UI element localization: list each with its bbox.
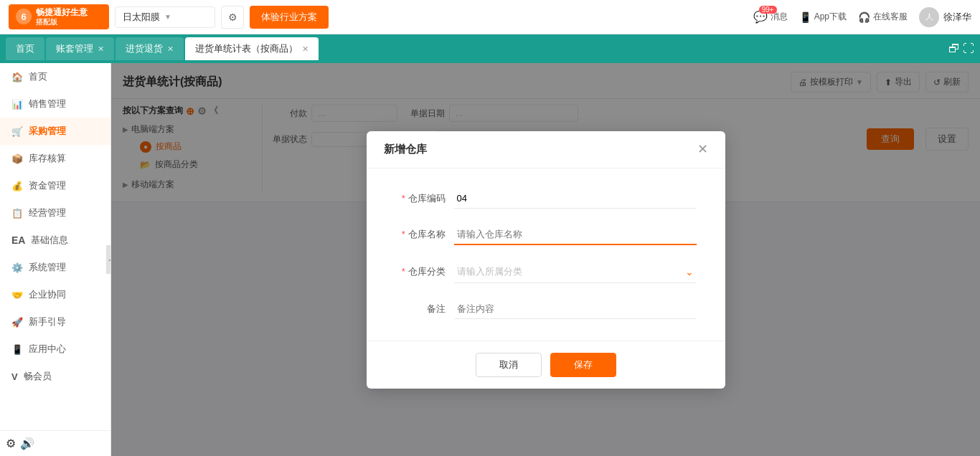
warehouse-name-label: * 仓库名称 [395,228,446,241]
app-edition: 搭配版 [36,18,88,27]
app-title: 畅捷通好生意 [36,7,88,17]
tab-actions: 🗗 ⛶ [948,42,974,55]
system-icon: ⚙️ [11,262,23,273]
warehouse-category-label: * 仓库分类 [395,265,446,278]
sidebar-item-sales[interactable]: 📊 销售管理 [0,90,110,118]
store-name: 日太阳膜 [123,11,160,24]
sidebar-label: 首页 [29,70,47,83]
sidebar-label: 系统管理 [29,261,66,274]
modal-title: 新增仓库 [384,143,427,156]
sidebar-item-management[interactable]: 📋 经营管理 [0,199,110,227]
user-area[interactable]: 人 徐泽华 [919,7,971,27]
tab-purchase-stats[interactable]: 进货单统计表（按商品） ✕ [185,37,319,60]
app-download-area[interactable]: 📱 App下载 [799,11,847,23]
volume-icon[interactable]: 🔊 [20,437,34,450]
app-center-icon: 📱 [11,344,23,355]
sidebar-collapse-handle[interactable]: ◀ [106,245,111,274]
tab-fullscreen-button[interactable]: ⛶ [963,42,974,55]
settings-small-icon[interactable]: ⚙ [6,437,16,450]
finance-icon: 💰 [11,181,23,191]
chevron-down-icon: ▼ [164,13,171,21]
warehouse-category-select[interactable]: 请输入所属分类 ⌄ [454,261,697,283]
tab-restore-button[interactable]: 🗗 [948,42,960,55]
sidebar-label: 新手引导 [29,315,66,328]
sidebar-item-system[interactable]: ⚙️ 系统管理 [0,254,110,281]
sidebar-item-purchase[interactable]: 🛒 采购管理 [0,118,110,145]
remark-label: 备注 [395,303,446,315]
sidebar-label: 基础信息 [31,234,68,247]
message-badge: 99+ [759,6,777,14]
logo-area: 6 畅捷通好生意 搭配版 [9,4,109,29]
gear-icon: ⚙ [228,11,237,23]
modal-dialog: 新增仓库 ✕ * 仓库编码 [367,131,725,389]
guide-icon: 🚀 [11,317,23,328]
tab-account[interactable]: 账套管理 ✕ [46,37,114,60]
sidebar-label: 资金管理 [29,179,66,192]
sidebar-item-basic-info[interactable]: EA 基础信息 [0,227,110,254]
sidebar-item-finance[interactable]: 💰 资金管理 [0,172,110,199]
page-content: 进货单统计(按商品) 🖨 按模板打印 ▼ ⬆ 导出 ↺ 刷新 [111,63,980,456]
sidebar-bottom-actions: ⚙ 🔊 [0,430,110,456]
sidebar-label: 经营管理 [29,206,66,219]
avatar: 人 [919,7,939,27]
modal-close-button[interactable]: ✕ [697,143,708,156]
warehouse-name-row: * 仓库名称 [395,224,697,245]
trial-button[interactable]: 体验行业方案 [250,6,329,29]
sidebar-item-enterprise[interactable]: 🤝 企业协同 [0,281,110,308]
warehouse-category-row: * 仓库分类 请输入所属分类 ⌄ [395,261,697,283]
settings-button[interactable]: ⚙ [221,6,244,29]
remark-row: 备注 [395,299,697,319]
save-button[interactable]: 保存 [550,353,616,377]
sidebar-label: 企业协同 [29,288,66,301]
tab-home[interactable]: 首页 [6,37,44,60]
tab-purchase-return[interactable]: 进货退货 ✕ [116,37,184,60]
purchase-icon: 🛒 [11,126,23,137]
tab-close-icon[interactable]: ✕ [167,44,174,54]
warehouse-name-input[interactable] [454,224,697,245]
remark-input[interactable] [454,299,697,319]
management-icon: 📋 [11,208,23,219]
tab-close-icon[interactable]: ✕ [302,44,308,54]
sidebar-label: 库存核算 [29,152,66,165]
modal-body: * 仓库编码 * 仓库名称 [367,168,725,341]
warehouse-code-input[interactable] [454,189,697,209]
sidebar-item-vip[interactable]: V 畅会员 [0,363,110,390]
sales-icon: 📊 [11,99,23,110]
warehouse-code-label: * 仓库编码 [395,192,446,205]
sidebar-item-home[interactable]: 🏠 首页 [0,63,110,90]
basic-info-icon: EA [11,234,25,246]
sidebar-label: 销售管理 [29,98,66,110]
app-download-label: App下载 [814,11,847,23]
modal-backdrop: 新增仓库 ✕ * 仓库编码 [111,63,980,456]
category-placeholder: 请输入所属分类 [457,265,522,278]
username: 徐泽华 [943,11,971,24]
sidebar-item-guide[interactable]: 🚀 新手引导 [0,308,110,336]
modal-header: 新增仓库 ✕ [367,131,725,168]
logo-icon: 6 [16,9,32,24]
header-right: 💬 99+ 消息 📱 App下载 🎧 在线客服 人 徐泽华 [753,7,971,27]
mobile-icon: 📱 [799,11,811,23]
sidebar-label: 畅会员 [24,370,52,383]
store-selector[interactable]: 日太阳膜 ▼ [115,6,215,28]
sidebar-label: 应用中心 [29,343,66,356]
vip-icon: V [11,371,18,382]
modal-footer: 取消 保存 [367,341,725,389]
online-service-label: 在线客服 [873,11,908,23]
sidebar-label: 采购管理 [29,125,66,138]
sidebar: 🏠 首页 📊 销售管理 🛒 采购管理 📦 库存核算 💰 资金管理 📋 经营管理 … [0,63,111,456]
home-icon: 🏠 [11,72,23,82]
top-header: 6 畅捷通好生意 搭配版 日太阳膜 ▼ ⚙ 体验行业方案 💬 99+ 消息 📱 … [0,0,980,34]
enterprise-icon: 🤝 [11,290,23,300]
warehouse-code-row: * 仓库编码 [395,189,697,209]
cancel-button[interactable]: 取消 [476,353,542,377]
main-layout: 🏠 首页 📊 销售管理 🛒 采购管理 📦 库存核算 💰 资金管理 📋 经营管理 … [0,63,980,456]
sidebar-item-app-center[interactable]: 📱 应用中心 [0,336,110,363]
messages-area[interactable]: 💬 99+ 消息 [753,10,788,24]
nav-tabs-bar: 首页 账套管理 ✕ 进货退货 ✕ 进货单统计表（按商品） ✕ 🗗 ⛶ [0,34,980,63]
inventory-icon: 📦 [11,153,23,164]
headset-icon: 🎧 [858,11,870,23]
online-service-area[interactable]: 🎧 在线客服 [858,11,908,23]
tab-close-icon[interactable]: ✕ [98,44,104,54]
sidebar-item-inventory[interactable]: 📦 库存核算 [0,145,110,172]
category-dropdown-icon: ⌄ [685,266,694,277]
